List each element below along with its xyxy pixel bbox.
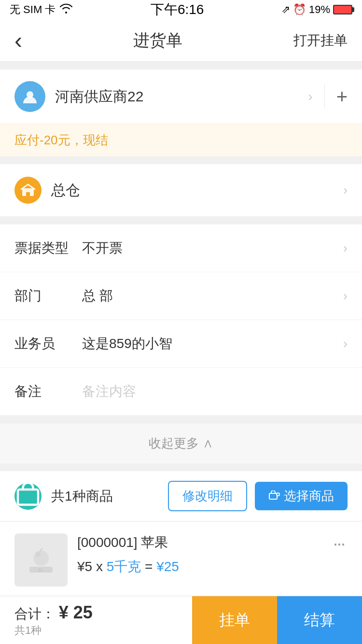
salesperson-label: 业务员 bbox=[14, 335, 82, 353]
supplier-card: 河南供应商22 › + 应付-20元，现结 bbox=[0, 70, 362, 156]
svg-rect-2 bbox=[26, 192, 30, 196]
total-amount: ¥ 25 bbox=[59, 602, 93, 622]
product-info: [0000001] 苹果 ¥5 x 5千克 = ¥25 bbox=[77, 533, 330, 576]
product-name: [0000001] 苹果 bbox=[77, 533, 330, 552]
salesperson-row[interactable]: 业务员 这是859的小智 › bbox=[0, 320, 362, 368]
form-card: 票据类型 不开票 › 部门 总 部 › 业务员 这是859的小智 › 备注 备注… bbox=[0, 224, 362, 416]
department-value: 总 部 bbox=[82, 287, 343, 305]
svg-text:智+: 智+ bbox=[38, 568, 44, 573]
product-code: [0000001] bbox=[77, 535, 138, 550]
location-icon: ⇗ bbox=[281, 3, 290, 16]
nav-bar: ‹ 进货单 打开挂单 bbox=[0, 19, 362, 62]
battery-percent: 19% bbox=[309, 3, 330, 16]
department-row[interactable]: 部门 总 部 › bbox=[0, 272, 362, 320]
product-price: ¥5 x 5千克 = ¥25 bbox=[77, 558, 330, 576]
main-content: 河南供应商22 › + 应付-20元，现结 总仓 › 票据类型 不开票 › bbox=[0, 70, 362, 644]
salesperson-chevron-icon: › bbox=[343, 336, 348, 351]
status-time: 下午6:16 bbox=[151, 0, 204, 19]
warehouse-name: 总仓 bbox=[51, 181, 343, 200]
department-label: 部门 bbox=[14, 287, 82, 305]
svg-rect-4 bbox=[269, 493, 277, 499]
collapse-row[interactable]: 收起更多 ∧ bbox=[0, 423, 362, 463]
open-suspend-button[interactable]: 打开挂单 bbox=[293, 31, 348, 50]
svg-point-6 bbox=[33, 550, 49, 566]
invoice-type-label: 票据类型 bbox=[14, 239, 82, 257]
remark-placeholder: 备注内容 bbox=[82, 382, 348, 401]
footer: 合计： ¥ 25 共1种 挂单 结算 bbox=[0, 596, 362, 644]
add-supplier-button[interactable]: + bbox=[336, 86, 348, 108]
product-multiply: x bbox=[96, 559, 107, 574]
status-bar: 无 SIM 卡 下午6:16 ⇗ ⏰ 19% bbox=[0, 0, 362, 19]
salesperson-value: 这是859的小智 bbox=[82, 335, 343, 353]
remark-label: 备注 bbox=[14, 382, 82, 401]
product-more-button[interactable]: ··· bbox=[330, 533, 348, 554]
warehouse-row[interactable]: 总仓 › bbox=[0, 164, 362, 217]
supplier-chevron-icon: › bbox=[308, 89, 312, 104]
select-product-label: 选择商品 bbox=[284, 488, 334, 504]
product-unit-price: ¥5 bbox=[77, 559, 92, 574]
select-product-button[interactable]: 选择商品 bbox=[255, 482, 348, 510]
invoice-type-chevron-icon: › bbox=[343, 240, 348, 256]
supplier-name: 河南供应商22 bbox=[55, 87, 308, 107]
supplier-row[interactable]: 河南供应商22 › + bbox=[0, 70, 362, 124]
supplier-divider bbox=[324, 84, 325, 109]
edit-detail-button[interactable]: 修改明细 bbox=[168, 481, 247, 511]
cart-icon bbox=[268, 490, 280, 502]
svg-rect-3 bbox=[18, 490, 38, 505]
products-icon bbox=[14, 483, 42, 510]
footer-total: 合计： ¥ 25 共1种 bbox=[0, 596, 192, 644]
product-quantity: 5千克 bbox=[107, 559, 141, 574]
product-total: ¥25 bbox=[156, 559, 179, 574]
product-equals: = bbox=[145, 559, 156, 574]
supplier-avatar bbox=[14, 81, 45, 112]
supplier-notice: 应付-20元，现结 bbox=[0, 124, 362, 156]
sim-label: 无 SIM 卡 bbox=[10, 2, 56, 17]
invoice-type-value: 不开票 bbox=[82, 239, 343, 257]
svg-point-7 bbox=[36, 552, 41, 557]
invoice-type-row[interactable]: 票据类型 不开票 › bbox=[0, 224, 362, 272]
total-label: 合计： bbox=[14, 606, 55, 621]
wifi-icon bbox=[59, 3, 73, 16]
warehouse-card: 总仓 › bbox=[0, 164, 362, 217]
footer-total-line1: 合计： ¥ 25 bbox=[14, 602, 178, 623]
product-thumbnail: 智+ bbox=[14, 533, 68, 587]
back-button[interactable]: ‹ bbox=[14, 27, 22, 54]
product-item: 智+ [0000001] 苹果 ¥5 x 5千克 = ¥25 ··· bbox=[0, 521, 362, 598]
products-header: 共1种商品 修改明细 选择商品 bbox=[0, 471, 362, 521]
checkout-button[interactable]: 结算 bbox=[277, 596, 362, 644]
status-right: ⇗ ⏰ 19% bbox=[281, 3, 352, 16]
battery-icon bbox=[333, 5, 352, 14]
status-left: 无 SIM 卡 bbox=[10, 2, 73, 17]
product-title: 苹果 bbox=[141, 535, 168, 550]
page-title: 进货单 bbox=[133, 29, 182, 52]
warehouse-chevron-icon: › bbox=[343, 182, 348, 198]
alarm-icon: ⏰ bbox=[293, 3, 306, 16]
products-count: 共1种商品 bbox=[51, 487, 168, 505]
suspend-button[interactable]: 挂单 bbox=[192, 596, 277, 644]
footer-product-count: 共1种 bbox=[14, 623, 178, 638]
warehouse-icon bbox=[14, 177, 42, 204]
department-chevron-icon: › bbox=[343, 288, 348, 304]
remark-row[interactable]: 备注 备注内容 bbox=[0, 368, 362, 416]
